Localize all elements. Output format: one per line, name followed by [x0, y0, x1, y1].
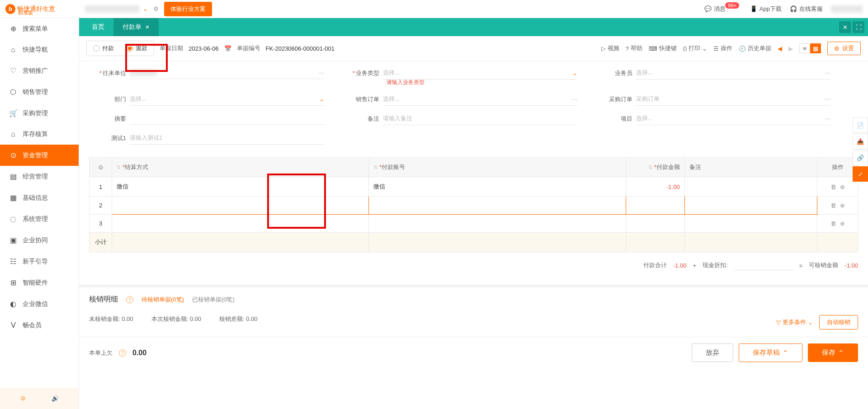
dots-icon[interactable]: ⋯: [825, 70, 830, 76]
sidebar-item-operations[interactable]: ▤经营管理: [0, 166, 79, 187]
sidebar-item-member[interactable]: Ⅴ畅会员: [0, 315, 79, 336]
discount-input[interactable]: [734, 260, 793, 270]
heart-icon: ♡: [9, 66, 17, 75]
date-value[interactable]: 2023-06-06: [189, 45, 219, 52]
chevron-down-icon[interactable]: ⌄: [319, 96, 324, 103]
sidebar-item-inventory[interactable]: ⌂库存核算: [0, 124, 79, 145]
sidebar-item-marketing[interactable]: ♡营销推广: [0, 60, 79, 81]
field-sale-order[interactable]: 销售订单 选择...⋯: [342, 93, 577, 106]
calendar-icon[interactable]: 📅: [224, 45, 231, 52]
trial-button[interactable]: 体验行业方案: [164, 2, 212, 16]
col-settle[interactable]: ⇅*结算方式: [112, 158, 369, 177]
gear-icon[interactable]: ⚙: [153, 5, 159, 12]
chat-icon: 💬: [704, 5, 712, 12]
chip-icon: ⊞: [9, 278, 17, 287]
video-link[interactable]: ▷视频: [601, 44, 619, 52]
save-draft-button[interactable]: 保存草稿⌃: [739, 343, 802, 362]
operate-link[interactable]: ☰操作: [713, 44, 732, 52]
sidebar-item-guide[interactable]: ☷新手引导: [0, 251, 79, 272]
col-account[interactable]: ⇅*付款账号: [369, 158, 626, 177]
table-row[interactable]: 1 微信 微信 -1.00 🗑⊕: [90, 177, 858, 197]
copy-icon[interactable]: ⊕: [840, 202, 845, 209]
sidebar-item-funds[interactable]: ⊙资金管理: [0, 145, 79, 166]
float-link[interactable]: 🔗: [853, 150, 868, 165]
chevron-down-icon[interactable]: ⌄: [572, 70, 577, 76]
sidebar-item-wecom[interactable]: ◐企业微信: [0, 293, 79, 315]
prev-icon[interactable]: ◀: [778, 45, 782, 52]
field-remark[interactable]: 备注 请输入备注: [342, 112, 577, 125]
help-icon[interactable]: ?: [126, 296, 133, 303]
radio-refund[interactable]: 退款: [120, 41, 154, 56]
delete-icon[interactable]: 🗑: [830, 183, 836, 190]
save-button[interactable]: 保存⌃: [808, 343, 858, 362]
gear-icon[interactable]: ⚙: [20, 395, 26, 402]
table-row[interactable]: 3 🗑⊕: [90, 215, 858, 233]
col-remark[interactable]: 备注: [684, 158, 817, 177]
tab-payment[interactable]: 付款单 ✕: [113, 18, 159, 36]
field-salesman[interactable]: 业务员 选择...⋯: [595, 66, 830, 80]
owe-value: 0.00: [132, 349, 146, 357]
dots-icon[interactable]: ⋯: [825, 96, 830, 103]
sidebar-item-base-info[interactable]: ▦基础信息: [0, 187, 79, 208]
help-link[interactable]: ?帮助: [626, 44, 642, 52]
discard-button[interactable]: 放弃: [692, 343, 733, 362]
settings-button[interactable]: ⚙设置: [827, 42, 861, 55]
help-icon[interactable]: ?: [119, 349, 126, 357]
tab-close-all[interactable]: ✕: [839, 21, 851, 33]
next-icon[interactable]: ▶: [788, 45, 793, 52]
delete-icon[interactable]: 🗑: [830, 220, 836, 227]
money-icon: ⊙: [9, 151, 17, 160]
float-inbox[interactable]: 📥: [853, 134, 868, 149]
print-link[interactable]: ⎙打印⌄: [683, 44, 707, 52]
auto-verify-button[interactable]: 自动核销: [819, 315, 858, 329]
field-project[interactable]: 项目 选择...⋯: [595, 112, 830, 125]
sidebar-item-search-menu[interactable]: ⊕搜索菜单: [0, 18, 79, 39]
field-dept[interactable]: 部门 选择...⌄: [89, 93, 324, 106]
field-unit[interactable]: *往来单位 xx⋯: [89, 66, 324, 80]
field-test1[interactable]: 测试1 请输入测试1: [89, 132, 324, 145]
dots-icon[interactable]: ⋯: [318, 70, 324, 76]
app-download-link[interactable]: 📱 App下载: [750, 5, 782, 13]
field-purchase-order[interactable]: 采购订单 采购订单⋯: [595, 93, 830, 106]
tab-home[interactable]: 首页: [83, 18, 113, 36]
vip-icon: Ⅴ: [9, 321, 17, 329]
view-card[interactable]: ▦: [810, 43, 821, 53]
copy-icon[interactable]: ⊕: [840, 183, 845, 190]
tab-verified[interactable]: 已核销单据(0笔): [192, 296, 235, 304]
copy-icon[interactable]: ⊕: [840, 220, 845, 227]
messages-link[interactable]: 💬 消息 99+: [704, 5, 742, 13]
field-summary[interactable]: 摘要: [89, 112, 324, 125]
sidebar-item-system[interactable]: ◌系统管理: [0, 208, 79, 230]
field-biztype[interactable]: *业务类型 选择...⌄: [342, 66, 577, 80]
history-link[interactable]: 🕘历史单据: [739, 44, 771, 52]
col-amount[interactable]: ⇅*付款金额: [626, 158, 684, 177]
sidebar-item-purchase[interactable]: 🛒采购管理: [0, 103, 79, 124]
side-float: 📄 📥 🔗 ⤢: [853, 118, 868, 182]
sidebar-bottom: ⚙ 🔊: [0, 388, 79, 409]
sidebar-item-collab[interactable]: ▣企业协同: [0, 230, 79, 251]
sidebar-item-quick-nav[interactable]: ⌂快捷导航: [0, 39, 79, 60]
view-list[interactable]: ≡: [799, 43, 810, 53]
sidebar-item-hardware[interactable]: ⊞智能硬件: [0, 272, 79, 293]
float-expand[interactable]: ⤢: [853, 166, 868, 182]
sound-icon[interactable]: 🔊: [52, 395, 59, 402]
payment-table: ⚙ ⇅*结算方式 ⇅*付款账号 ⇅*付款金额 备注 操作 1 微信 微信: [89, 157, 858, 252]
dots-icon[interactable]: ⋯: [825, 115, 830, 122]
pay-total-value: -1.00: [673, 262, 687, 269]
toolbar: 付款 退款 单据日期 2023-06-06 📅 单据编号 FK-20230606…: [79, 36, 868, 61]
sidebar-item-sales[interactable]: ⬡销售管理: [0, 81, 79, 103]
table-row[interactable]: 2 🗑⊕: [90, 197, 858, 215]
radio-payment[interactable]: 付款: [87, 41, 120, 56]
more-conditions[interactable]: ▽更多条件⌄: [776, 318, 813, 326]
float-note[interactable]: 📄: [853, 118, 868, 133]
dots-icon[interactable]: ⋯: [571, 96, 577, 103]
shortcut-link[interactable]: ⌨快捷键: [649, 44, 677, 52]
delete-icon[interactable]: 🗑: [830, 202, 836, 209]
company-selector[interactable]: xxxx ⌄: [85, 5, 148, 13]
table-gear[interactable]: ⚙: [90, 158, 112, 177]
tab-pending[interactable]: 待核销单据(0笔): [142, 296, 184, 304]
close-icon[interactable]: ✕: [145, 24, 150, 30]
tab-fullscreen[interactable]: ⛶: [853, 21, 864, 33]
no-value: FK-20230606-000001-001: [266, 45, 335, 52]
online-service-link[interactable]: 🎧 在线客服: [790, 5, 823, 13]
